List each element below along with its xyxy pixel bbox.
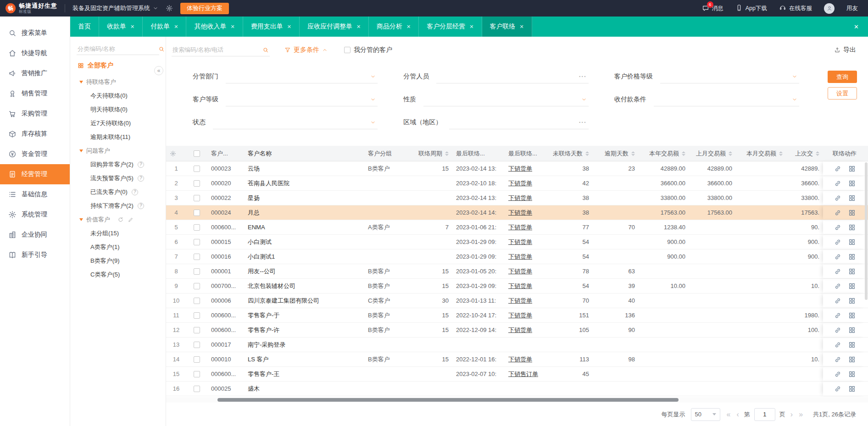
tab[interactable]: 收款单 — [99, 17, 143, 37]
search-icon[interactable] — [262, 47, 269, 53]
payment-terms-select[interactable] — [654, 93, 799, 106]
horizontal-scrollbar[interactable] — [217, 398, 679, 402]
more-actions-icon[interactable] — [848, 238, 856, 246]
help-icon[interactable] — [138, 161, 144, 168]
tree-item[interactable]: 待联络客户 — [70, 75, 166, 89]
last-action-link[interactable]: 下销售订单 — [508, 371, 538, 377]
tab-close-icon[interactable] — [287, 24, 291, 30]
table-row[interactable]: 8 000001 用友--公司 B类客户 15 2023-01-05 20: 下… — [166, 264, 868, 279]
col-last-trade[interactable]: 上次交 — [786, 149, 823, 158]
more-actions-icon[interactable] — [848, 326, 856, 334]
tree-item[interactable]: 回购异常客户(2) — [70, 158, 166, 172]
col-customer-code[interactable]: 客户... — [207, 149, 244, 158]
last-action-link[interactable]: 下销货单 — [508, 238, 532, 245]
last-action-link[interactable]: 下销货单 — [508, 209, 532, 216]
contact-link-icon[interactable] — [834, 253, 841, 260]
sidebar-item-collaboration[interactable]: 企业协同 — [0, 225, 70, 245]
price-level-select[interactable] — [660, 70, 799, 83]
row-checkbox[interactable] — [194, 166, 200, 172]
sidebar-item-base-info[interactable]: 基础信息 — [0, 184, 70, 205]
col-customer-group[interactable]: 客户分组 — [364, 149, 411, 158]
query-button[interactable]: 查询 — [828, 71, 857, 83]
sidebar-item-purchasing[interactable]: 采购管理 — [0, 104, 70, 124]
tab-close-icon[interactable] — [130, 24, 134, 30]
row-checkbox[interactable] — [194, 254, 200, 260]
tree-item[interactable]: 持续下滑客户(2) — [70, 199, 166, 213]
vertical-scrollbar[interactable] — [865, 162, 868, 300]
contact-link-icon[interactable] — [834, 341, 841, 349]
sidebar-item-sales[interactable]: 销售管理 — [0, 83, 70, 104]
app-download-button[interactable]: App下载 — [735, 4, 767, 13]
contact-link-icon[interactable] — [834, 238, 841, 246]
help-icon[interactable] — [138, 203, 144, 209]
my-customers-checkbox[interactable] — [344, 47, 351, 53]
settings-button[interactable]: 设置 — [828, 87, 857, 100]
table-row[interactable]: 10 000006 四川京泰建工集团有限公司 C类客户 30 2023-01-1… — [166, 293, 868, 308]
prev-page-button[interactable] — [736, 411, 740, 418]
last-action-link[interactable]: 下销货单 — [508, 268, 532, 275]
tree-item[interactable]: 已流失客户(0) — [70, 185, 166, 199]
col-customer-name[interactable]: 客户名称 — [244, 149, 364, 158]
col-last-month-amount[interactable]: 上月交易额 — [689, 149, 736, 158]
contact-link-icon[interactable] — [834, 209, 841, 216]
tab-close-icon[interactable] — [356, 24, 361, 30]
tab[interactable]: 付款单 — [143, 17, 186, 37]
tab[interactable]: 费用支出单 — [243, 17, 300, 37]
more-actions-icon[interactable] — [848, 356, 856, 363]
col-last-contact-action[interactable]: 最后联络... — [505, 149, 552, 158]
tree-item[interactable]: 明天待联络(0) — [70, 103, 166, 116]
page-input[interactable] — [754, 408, 775, 421]
row-checkbox[interactable] — [194, 195, 200, 201]
refresh-icon[interactable] — [118, 217, 123, 222]
tab[interactable]: 应收应付调整单 — [300, 17, 369, 37]
sort-icon[interactable] — [816, 151, 819, 156]
tab-close-icon[interactable] — [469, 24, 473, 30]
row-checkbox[interactable] — [194, 356, 200, 363]
row-checkbox[interactable] — [194, 224, 200, 231]
more-actions-icon[interactable] — [848, 209, 856, 216]
contact-link-icon[interactable] — [834, 268, 841, 275]
more-actions-icon[interactable] — [848, 371, 856, 378]
row-checkbox[interactable] — [194, 180, 200, 187]
col-days-since-contact[interactable]: 未联络天数 — [552, 149, 593, 158]
tree-item[interactable]: 未分组(15) — [70, 227, 166, 240]
table-row[interactable]: 4 000024 月总 2023-02-14 14: 下销货单 38 1 — [166, 205, 868, 220]
search-icon[interactable] — [158, 46, 165, 52]
tree-item[interactable]: 问题客户 — [70, 144, 166, 158]
table-row[interactable]: 1 000023 云场 B类客户 15 2023-02-14 13: 下销货单 … — [166, 161, 868, 176]
more-actions-icon[interactable] — [848, 253, 856, 260]
help-icon[interactable] — [138, 175, 144, 182]
tab-close-icon[interactable] — [520, 24, 524, 30]
last-action-link[interactable]: 下销货单 — [508, 253, 532, 260]
table-row[interactable]: 7 000016 小白测试1 2023-01-29 09: 下销货单 54 — [166, 249, 868, 264]
my-customers-filter[interactable]: 我分管的客户 — [344, 46, 392, 54]
table-row[interactable]: 15 000600... 零售客户-王 2023-02-07 10: 下销售订单… — [166, 367, 868, 382]
customer-level-select[interactable] — [226, 93, 378, 106]
more-actions-icon[interactable] — [848, 180, 856, 187]
more-actions-icon[interactable] — [848, 341, 856, 349]
last-action-link[interactable]: 下销货单 — [508, 326, 532, 333]
last-action-link[interactable]: 下销货单 — [508, 312, 532, 319]
contact-link-icon[interactable] — [834, 180, 841, 187]
tab-close-icon[interactable] — [174, 24, 178, 30]
export-button[interactable]: 导出 — [834, 46, 856, 54]
all-customers-item[interactable]: 全部客户 — [70, 58, 166, 73]
department-select[interactable] — [226, 70, 378, 83]
col-overdue-days[interactable]: 逾期天数 — [593, 149, 639, 158]
select-all-checkbox[interactable] — [194, 150, 200, 157]
row-checkbox[interactable] — [194, 210, 200, 216]
avatar[interactable] — [824, 3, 835, 14]
contact-link-icon[interactable] — [834, 356, 841, 363]
contact-link-icon[interactable] — [834, 312, 841, 319]
sort-icon[interactable] — [779, 151, 783, 156]
status-select[interactable] — [213, 116, 378, 129]
sort-icon[interactable] — [631, 151, 635, 156]
table-row[interactable]: 6 000015 小白测试 2023-01-29 09: 下销货单 54 — [166, 235, 868, 249]
row-checkbox[interactable] — [194, 386, 200, 392]
tab[interactable]: 商品分析 — [369, 17, 419, 37]
contact-link-icon[interactable] — [834, 371, 841, 378]
tab[interactable]: 其他收入单 — [186, 17, 243, 37]
settings-gear-icon[interactable] — [166, 5, 173, 12]
contact-link-icon[interactable] — [834, 194, 841, 202]
sort-icon[interactable] — [729, 151, 732, 156]
